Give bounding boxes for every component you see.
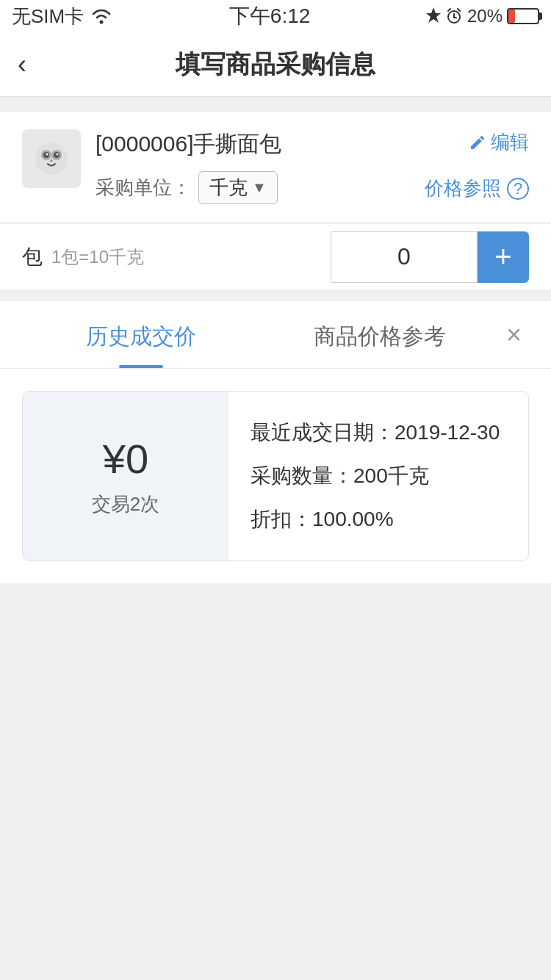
discount-value: 100.00% bbox=[312, 508, 394, 530]
date-value: 2019-12-30 bbox=[395, 421, 500, 444]
quantity-plus-button[interactable]: + bbox=[478, 231, 529, 283]
wifi-icon bbox=[90, 8, 113, 24]
quantity-label: 采购数量： bbox=[251, 464, 353, 487]
price-ref-label: 价格参照 bbox=[425, 176, 501, 201]
alarm-icon bbox=[445, 7, 463, 25]
tab-close-button[interactable]: × bbox=[499, 305, 529, 365]
bag-conversion: 1包=10千克 bbox=[51, 245, 144, 269]
status-right: 20% bbox=[426, 6, 539, 26]
trade-count: 交易2次 bbox=[92, 491, 159, 517]
help-icon: ? bbox=[507, 178, 529, 200]
history-content: ¥0 交易2次 最近成交日期：2019-12-30 采购数量：200千克 折扣：… bbox=[0, 369, 551, 583]
price-ref-button[interactable]: 价格参照 ? bbox=[425, 176, 529, 201]
bag-label: 包 bbox=[22, 243, 43, 271]
unit-label: 采购单位： bbox=[96, 175, 191, 201]
quantity-bar: 包 1包=10千克 + bbox=[0, 223, 551, 289]
page-title: 填写商品采购信息 bbox=[176, 48, 375, 82]
tab-product-price-ref[interactable]: 商品价格参考 bbox=[260, 301, 498, 368]
unit-dropdown[interactable]: 千克 ▼ bbox=[198, 171, 278, 204]
section-divider bbox=[0, 289, 551, 301]
svg-point-9 bbox=[46, 154, 48, 156]
nav-bar: ‹ 填写商品采购信息 bbox=[0, 32, 551, 97]
back-button[interactable]: ‹ bbox=[18, 49, 26, 80]
discount-label: 折扣： bbox=[251, 508, 312, 530]
quantity-input[interactable] bbox=[331, 231, 478, 283]
status-bar: 无SIM卡 下午6:12 20% bbox=[0, 0, 551, 32]
location-icon bbox=[426, 7, 441, 25]
battery-icon bbox=[507, 8, 539, 24]
edit-icon bbox=[469, 134, 486, 151]
quantity-controls: + bbox=[331, 231, 529, 283]
product-info: [0000006]手撕面包 采购单位： 千克 ▼ bbox=[96, 129, 281, 204]
price-discount-row: 折扣：100.00% bbox=[251, 505, 506, 533]
price-record-card: ¥0 交易2次 最近成交日期：2019-12-30 采购数量：200千克 折扣：… bbox=[22, 391, 529, 561]
price-amount: ¥0 bbox=[103, 435, 148, 483]
sim-label: 无SIM卡 bbox=[12, 4, 84, 29]
svg-point-10 bbox=[57, 154, 59, 156]
product-name: [0000006]手撕面包 bbox=[96, 129, 281, 159]
product-card: [0000006]手撕面包 采购单位： 千克 ▼ 编辑 价格参照 ? bbox=[0, 112, 551, 222]
edit-button[interactable]: 编辑 bbox=[469, 129, 529, 155]
owl-logo bbox=[33, 140, 70, 177]
product-icon bbox=[22, 129, 81, 188]
tab-history-price[interactable]: 历史成交价 bbox=[22, 301, 260, 368]
price-date-row: 最近成交日期：2019-12-30 bbox=[251, 418, 506, 447]
status-time: 下午6:12 bbox=[229, 2, 311, 30]
price-left-panel: ¥0 交易2次 bbox=[23, 392, 228, 561]
status-left: 无SIM卡 bbox=[12, 4, 113, 29]
price-quantity-row: 采购数量：200千克 bbox=[251, 461, 506, 490]
date-label: 最近成交日期： bbox=[251, 421, 395, 444]
edit-label: 编辑 bbox=[491, 129, 529, 155]
svg-point-0 bbox=[100, 21, 104, 24]
price-right-panel: 最近成交日期：2019-12-30 采购数量：200千克 折扣：100.00% bbox=[228, 392, 528, 561]
dropdown-arrow-icon: ▼ bbox=[252, 179, 267, 196]
battery-percentage: 20% bbox=[467, 6, 503, 26]
quantity-value: 200千克 bbox=[353, 464, 429, 487]
bottom-area bbox=[0, 583, 551, 980]
tabs-container: 历史成交价 商品价格参考 × bbox=[0, 301, 551, 369]
unit-value: 千克 bbox=[209, 175, 248, 201]
